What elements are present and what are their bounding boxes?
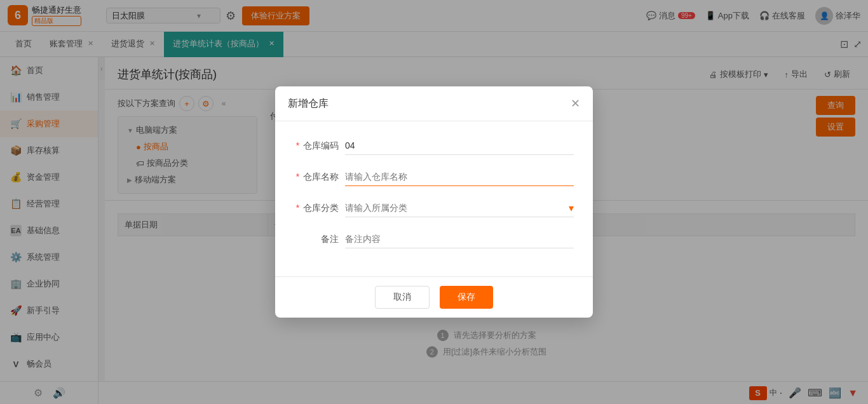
save-button[interactable]: 保存 — [440, 286, 493, 309]
warehouse-name-input[interactable] — [345, 168, 574, 186]
dialog-body: * 仓库编码 * 仓库名称 * 仓库分类 — [275, 121, 593, 276]
dialog-header: 新增仓库 ✕ — [275, 86, 593, 121]
dialog-footer: 取消 保存 — [275, 276, 593, 318]
warehouse-remark-label: 备注 — [294, 234, 345, 245]
warehouse-code-row: * 仓库编码 — [294, 137, 574, 155]
warehouse-remark-row: 备注 — [294, 230, 574, 248]
dialog-title: 新增仓库 — [288, 97, 329, 111]
code-required-star: * — [296, 140, 299, 151]
warehouse-category-row: * 仓库分类 ▾ — [294, 199, 574, 217]
warehouse-category-label: * 仓库分类 — [294, 203, 345, 214]
warehouse-category-select[interactable] — [345, 199, 574, 217]
new-warehouse-dialog: 新增仓库 ✕ * 仓库编码 * 仓库名称 — [275, 86, 593, 318]
category-required-star: * — [296, 203, 299, 213]
dialog-overlay: 新增仓库 ✕ * 仓库编码 * 仓库名称 — [0, 0, 868, 404]
warehouse-name-row: * 仓库名称 — [294, 168, 574, 186]
name-required-star: * — [296, 172, 299, 182]
warehouse-remark-input[interactable] — [345, 230, 574, 248]
warehouse-name-label: * 仓库名称 — [294, 172, 345, 183]
warehouse-code-label: * 仓库编码 — [294, 140, 345, 152]
cancel-button[interactable]: 取消 — [375, 286, 430, 309]
category-select-wrap: ▾ — [345, 199, 574, 217]
warehouse-code-input[interactable] — [345, 137, 574, 155]
dialog-close-button[interactable]: ✕ — [571, 97, 580, 111]
